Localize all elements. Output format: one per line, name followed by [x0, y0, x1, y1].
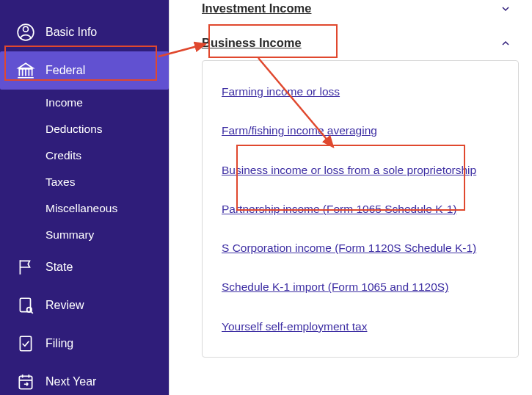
svg-rect-2: [20, 298, 30, 311]
section-title: Business Income: [202, 36, 302, 50]
sidebar-item-label: Next Year: [45, 375, 96, 388]
calendar-forward-icon: [16, 372, 35, 391]
sidebar-item-label: Federal: [45, 64, 85, 77]
subnav-item-credits[interactable]: Credits: [45, 142, 169, 169]
subnav-item-deductions[interactable]: Deductions: [45, 116, 169, 142]
sidebar: Basic Info Federal Income Deductions Cre…: [0, 0, 169, 395]
link-schedule-k1-import[interactable]: Schedule K-1 import (Form 1065 and 1120S…: [222, 278, 499, 295]
sidebar-item-label: Filing: [45, 337, 73, 350]
sidebar-item-filing[interactable]: Filing: [0, 325, 169, 363]
government-building-icon: [16, 61, 35, 80]
link-partnership-income[interactable]: Partnership income (Form 1065 Schedule K…: [222, 200, 499, 217]
subnav-item-miscellaneous[interactable]: Miscellaneous: [45, 195, 169, 222]
subnav-item-taxes[interactable]: Taxes: [45, 169, 169, 195]
link-sole-proprietorship[interactable]: Business income or loss from a sole prop…: [222, 162, 499, 178]
section-header-investment-income[interactable]: Investment Income: [170, 0, 532, 23]
subnav-item-summary[interactable]: Summary: [45, 222, 169, 248]
federal-subnav: Income Deductions Credits Taxes Miscella…: [0, 90, 169, 248]
subnav-item-income[interactable]: Income: [45, 90, 169, 116]
sidebar-item-basic-info[interactable]: Basic Info: [0, 13, 169, 51]
sidebar-item-label: State: [45, 261, 73, 274]
document-check-icon: [16, 334, 35, 353]
chevron-down-icon: [500, 3, 511, 15]
chevron-up-icon: [500, 37, 511, 49]
document-search-icon: [16, 296, 35, 315]
sidebar-item-state[interactable]: State: [0, 248, 169, 286]
section-title: Investment Income: [202, 1, 311, 15]
flag-icon: [16, 258, 35, 277]
sidebar-item-review[interactable]: Review: [0, 286, 169, 325]
user-circle-icon: [16, 23, 35, 42]
main-content: Investment Income Business Income Farmin…: [169, 0, 532, 395]
sidebar-item-label: Review: [45, 299, 84, 312]
link-farming-income[interactable]: Farming income or loss: [222, 83, 499, 100]
sidebar-item-next-year[interactable]: Next Year: [0, 363, 169, 395]
sidebar-item-federal[interactable]: Federal: [0, 51, 169, 90]
section-header-business-income[interactable]: Business Income: [170, 23, 532, 57]
link-self-employment-tax[interactable]: Yourself self-employment tax: [222, 318, 499, 335]
link-s-corporation-income[interactable]: S Corporation income (Form 1120S Schedul…: [222, 239, 499, 256]
business-income-body: Farming income or loss Farm/fishing inco…: [202, 60, 519, 358]
svg-point-0: [23, 26, 29, 32]
svg-rect-5: [19, 376, 32, 388]
svg-rect-4: [20, 336, 31, 351]
link-farm-fishing-averaging[interactable]: Farm/fishing income averaging: [222, 122, 499, 139]
sidebar-item-label: Basic Info: [45, 26, 97, 39]
